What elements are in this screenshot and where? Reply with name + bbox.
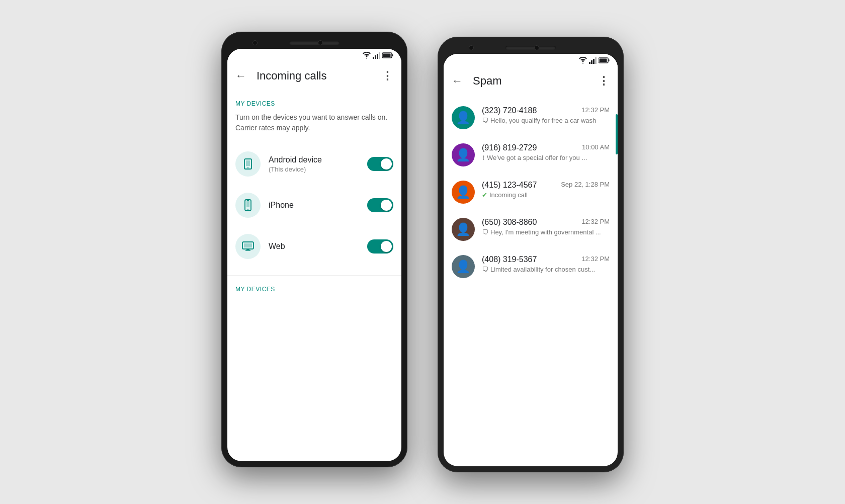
spam-list: 👤 (323) 720-4188 12:32 PM 🗨 Hello, you q… xyxy=(444,95,618,289)
spam-top-row-4: (650) 308-8860 12:32 PM xyxy=(482,218,610,227)
svg-rect-23 xyxy=(609,59,610,61)
device-name-web: Web xyxy=(269,242,359,251)
svg-rect-8 xyxy=(246,160,250,166)
spam-content-2: (916) 819-2729 10:00 AM ⌇ We've got a sp… xyxy=(482,143,610,161)
spam-item-1[interactable]: 👤 (323) 720-4188 12:32 PM 🗨 Hello, you q… xyxy=(444,99,618,136)
svg-rect-2 xyxy=(377,54,378,59)
device-name-android: Android device xyxy=(269,155,359,164)
spam-top-row-1: (323) 720-4188 12:32 PM xyxy=(482,106,610,115)
avatar-4: 👤 xyxy=(452,218,475,241)
spam-item-3[interactable]: 👤 (415) 123-4567 Sep 22, 1:28 PM ✔ Incom… xyxy=(444,174,618,211)
spam-item-2[interactable]: 👤 (916) 819-2729 10:00 AM ⌇ We've got a … xyxy=(444,136,618,174)
toggle-android[interactable] xyxy=(367,157,393,171)
spam-top-row-2: (916) 819-2729 10:00 AM xyxy=(482,143,610,152)
contact-icon-2: 👤 xyxy=(456,148,471,162)
section-description: Turn on the devices you want to answer c… xyxy=(227,110,401,143)
contact-icon-4: 👤 xyxy=(456,222,471,236)
spam-time-2: 10:00 AM xyxy=(582,143,610,151)
svg-rect-21 xyxy=(595,57,597,64)
device-text-iphone: iPhone xyxy=(269,201,359,210)
svg-rect-19 xyxy=(591,60,593,64)
device-item-web[interactable]: Web xyxy=(227,226,401,267)
back-button-right[interactable]: ← xyxy=(452,74,463,88)
spam-item-4[interactable]: 👤 (650) 308-8860 12:32 PM 🗨 Hey, I'm mee… xyxy=(444,211,618,248)
phones-container: ← Incoming calls ⋮ MY DEVICES Turn on th… xyxy=(211,22,634,482)
spam-preview-text-5: Limited availability for chosen cust... xyxy=(490,266,595,273)
contact-icon-3: 👤 xyxy=(456,185,471,199)
speaker-grille-left xyxy=(289,41,340,45)
message-icon-1: 🗨 xyxy=(482,117,488,124)
signal-icon-right xyxy=(589,57,597,64)
svg-rect-17 xyxy=(245,250,250,251)
toggle-track-android xyxy=(367,157,393,171)
status-bar-left xyxy=(227,49,401,62)
spam-content-3: (415) 123-4567 Sep 22, 1:28 PM ✔ Incomin… xyxy=(482,181,610,199)
device-text-android: Android device (This device) xyxy=(269,155,359,173)
spam-time-4: 12:32 PM xyxy=(581,218,610,225)
wifi-icon-right xyxy=(578,57,587,64)
more-menu-left[interactable]: ⋮ xyxy=(382,69,393,82)
contact-icon-1: 👤 xyxy=(456,111,471,125)
spam-preview-3: ✔ Incoming call xyxy=(482,191,610,199)
svg-point-12 xyxy=(247,209,248,210)
spam-preview-text-1: Hello, you qualify for free a car wash xyxy=(490,117,596,124)
iphone-icon xyxy=(241,199,255,212)
battery-icon xyxy=(382,52,393,58)
page-title-right: Spam xyxy=(473,74,598,88)
device-name-iphone: iPhone xyxy=(269,201,359,210)
svg-rect-5 xyxy=(392,54,393,56)
status-bar-right xyxy=(444,54,618,67)
spam-top-row-3: (415) 123-4567 Sep 22, 1:28 PM xyxy=(482,181,610,190)
svg-rect-3 xyxy=(379,52,380,59)
scrollbar-indicator xyxy=(616,114,618,154)
left-phone-screen: ← Incoming calls ⋮ MY DEVICES Turn on th… xyxy=(227,49,401,461)
spam-number-1: (323) 720-4188 xyxy=(482,106,537,115)
spam-time-1: 12:32 PM xyxy=(581,106,610,114)
message-icon-5: 🗨 xyxy=(482,266,488,273)
camera-left-icon-right xyxy=(469,45,474,50)
spam-preview-1: 🗨 Hello, you qualify for free a car wash xyxy=(482,117,610,124)
section-header-my-devices-2: MY DEVICES xyxy=(227,275,401,296)
spam-content-1: (323) 720-4188 12:32 PM 🗨 Hello, you qua… xyxy=(482,106,610,124)
toggle-iphone[interactable] xyxy=(367,198,393,212)
right-phone: ← Spam ⋮ 👤 (323) 720-4188 12:32 PM xyxy=(438,37,624,472)
message-icon-4: 🗨 xyxy=(482,228,488,236)
spam-time-3: Sep 22, 1:28 PM xyxy=(561,181,610,188)
spam-preview-5: 🗨 Limited availability for chosen cust..… xyxy=(482,266,610,273)
device-item-iphone[interactable]: iPhone xyxy=(227,185,401,226)
section-header-my-devices: MY DEVICES xyxy=(227,90,401,110)
page-title-left: Incoming calls xyxy=(257,69,382,82)
camera-left-icon xyxy=(252,40,258,45)
device-icon-web xyxy=(235,234,261,259)
back-button-left[interactable]: ← xyxy=(235,69,246,82)
more-menu-right[interactable]: ⋮ xyxy=(598,74,610,88)
toggle-track-iphone xyxy=(367,198,393,212)
svg-rect-16 xyxy=(246,249,249,250)
spam-preview-2: ⌇ We've got a special offer for you ... xyxy=(482,154,610,161)
svg-rect-6 xyxy=(383,54,391,57)
app-bar-right: ← Spam ⋮ xyxy=(444,67,618,95)
spam-content-5: (408) 319-5367 12:32 PM 🗨 Limited availa… xyxy=(482,255,610,273)
device-text-web: Web xyxy=(269,242,359,251)
avatar-3: 👤 xyxy=(452,181,475,204)
svg-rect-11 xyxy=(246,201,249,207)
spam-preview-4: 🗨 Hey, I'm meeting with governmental ... xyxy=(482,228,610,236)
phone-top-bar-right xyxy=(444,43,618,54)
toggle-thumb-android xyxy=(381,158,392,170)
camera-right-icon xyxy=(318,40,323,45)
toggle-thumb-iphone xyxy=(381,200,392,211)
svg-rect-0 xyxy=(373,57,374,59)
camera-right-icon-right xyxy=(534,45,539,50)
spam-content-4: (650) 308-8860 12:32 PM 🗨 Hey, I'm meeti… xyxy=(482,218,610,236)
spam-time-5: 12:32 PM xyxy=(581,255,610,263)
spam-preview-text-2: We've got a special offer for you ... xyxy=(487,154,587,161)
toggle-web[interactable] xyxy=(367,239,393,254)
toggle-thumb-web xyxy=(381,241,392,252)
svg-rect-13 xyxy=(247,200,249,201)
device-item-android[interactable]: Android device (This device) xyxy=(227,143,401,185)
svg-rect-18 xyxy=(589,62,590,64)
spam-item-5[interactable]: 👤 (408) 319-5367 12:32 PM 🗨 Limited avai… xyxy=(444,248,618,285)
spam-preview-text-4: Hey, I'm meeting with governmental ... xyxy=(490,228,601,236)
phone-icon xyxy=(241,157,255,171)
svg-rect-20 xyxy=(593,59,595,64)
